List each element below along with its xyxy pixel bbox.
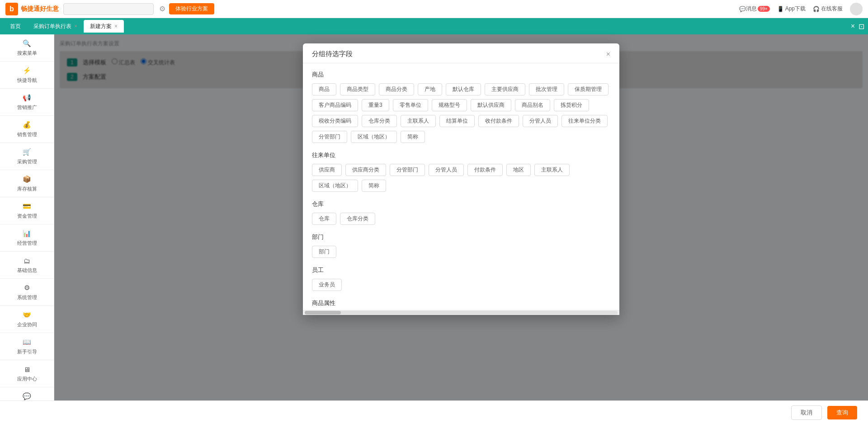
sidebar-item-finance[interactable]: 💳 资金管理 <box>0 197 54 224</box>
tab-purchase-list-close[interactable]: × <box>74 23 77 29</box>
field-tag[interactable]: 结算单位 <box>439 115 475 127</box>
field-tag[interactable]: 拣货积分 <box>554 99 589 111</box>
field-tag[interactable]: 往来单位分类 <box>561 115 608 127</box>
field-tag[interactable]: 批次管理 <box>529 83 564 95</box>
field-group-title: 往来单位 <box>312 151 610 159</box>
wechat-icon: 💬 <box>23 392 32 401</box>
field-tag[interactable]: 分管部门 <box>312 131 347 143</box>
field-tag[interactable]: 默认供应商 <box>471 99 511 111</box>
sidebar-item-basic[interactable]: 🗂 基础信息 <box>0 252 54 279</box>
sidebar-item-operations[interactable]: 📊 经营管理 <box>0 224 54 252</box>
field-tag[interactable]: 分管人员 <box>429 164 464 176</box>
confirm-button[interactable]: 查询 <box>827 406 857 419</box>
app-nav[interactable]: 📱 App下载 <box>777 5 806 13</box>
field-tag[interactable]: 税收分类编码 <box>312 115 358 127</box>
field-group-title: 部门 <box>312 233 610 241</box>
field-tag[interactable]: 简称 <box>362 180 386 192</box>
guide-icon: 📖 <box>23 338 32 347</box>
tab-new-plan-close[interactable]: × <box>114 23 118 29</box>
modal-backdrop: 分组待选字段 × 商品商品商品类型商品分类产地默认仓库主要供应商批次管理保质期管… <box>54 34 868 424</box>
sidebar-item-purchase[interactable]: 🛒 采购管理 <box>0 143 54 170</box>
message-nav[interactable]: 💬 消息 99+ <box>739 5 770 13</box>
settings-icon[interactable]: ⚙ <box>159 5 165 13</box>
sidebar-item-quicknav-label: 快捷导航 <box>17 77 37 84</box>
inventory-icon: 📦 <box>23 175 32 184</box>
field-tag[interactable]: 默认仓库 <box>446 83 481 95</box>
tab-new-plan[interactable]: 新建方案 × <box>84 20 124 33</box>
sidebar-item-basic-label: 基础信息 <box>17 267 37 274</box>
field-tag[interactable]: 部门 <box>312 246 336 258</box>
field-tag[interactable]: 商品别名 <box>515 99 550 111</box>
field-tag[interactable]: 主联系人 <box>401 115 436 127</box>
sidebar-item-search-label: 搜索菜单 <box>17 50 37 57</box>
field-group-部门: 部门部门 <box>312 233 610 258</box>
field-tag[interactable]: 主联系人 <box>534 164 570 176</box>
field-group-title: 员工 <box>312 266 610 274</box>
header-right: 💬 消息 99+ 📱 App下载 🎧 在线客服 <box>739 3 863 15</box>
sidebar-item-marketing[interactable]: 📢 营销推广 <box>0 89 54 116</box>
top-header: b 畅捷通好生意 ⚙ 体验行业方案 💬 消息 99+ 📱 App下载 🎧 在线客… <box>0 0 868 18</box>
marketing-icon: 📢 <box>23 93 32 102</box>
field-tag[interactable]: 产地 <box>418 83 442 95</box>
field-tag[interactable]: 供应商 <box>312 164 342 176</box>
header-search-input[interactable] <box>63 3 154 15</box>
field-tag[interactable]: 区域（地区） <box>351 131 397 143</box>
field-tag[interactable]: 规格型号 <box>432 99 467 111</box>
field-tag[interactable]: 分管人员 <box>523 115 558 127</box>
purchase-icon: 🛒 <box>23 148 32 157</box>
field-tag[interactable]: 仓库 <box>312 213 336 225</box>
field-tag[interactable]: 重量3 <box>362 99 389 111</box>
sidebar-item-collab[interactable]: 🤝 企业协同 <box>0 306 54 333</box>
field-tag[interactable]: 区域（地区） <box>312 180 358 192</box>
sidebar-item-inventory[interactable]: 📦 库存核算 <box>0 170 54 197</box>
field-tag[interactable]: 保质期管理 <box>568 83 609 95</box>
field-tag[interactable]: 商品分类 <box>379 83 414 95</box>
field-tag[interactable]: 简称 <box>401 131 425 143</box>
field-group-仓库: 仓库仓库仓库分类 <box>312 200 610 225</box>
sidebar-item-guide-label: 新手引导 <box>17 348 37 355</box>
finance-icon: 💳 <box>23 202 32 211</box>
field-tags: 部门 <box>312 246 610 258</box>
sidebar-item-collab-label: 企业协同 <box>17 321 37 328</box>
cancel-button[interactable]: 取消 <box>791 405 822 420</box>
tab-new-plan-label: 新建方案 <box>90 23 112 30</box>
field-tag[interactable]: 付款条件 <box>467 164 503 176</box>
sidebar-item-system[interactable]: ⚙ 系统管理 <box>0 279 54 306</box>
field-tag[interactable]: 客户商品编码 <box>312 99 358 111</box>
field-tag[interactable]: 主要供应商 <box>485 83 525 95</box>
search-icon: 🔍 <box>23 39 32 48</box>
field-tag[interactable]: 商品 <box>312 83 336 95</box>
field-tag[interactable]: 业务员 <box>312 279 342 291</box>
sidebar-item-appcenter[interactable]: 🖥 应用中心 <box>0 360 54 387</box>
headset-icon: 🎧 <box>813 6 820 12</box>
tab-home[interactable]: 首页 <box>4 20 27 33</box>
sidebar-item-guide[interactable]: 📖 新手引导 <box>0 333 54 360</box>
sidebar-item-quicknav[interactable]: ⚡ 快捷导航 <box>0 62 54 89</box>
modal-header: 分组待选字段 × <box>303 43 619 63</box>
sidebar-item-purchase-label: 采购管理 <box>17 158 37 165</box>
service-nav[interactable]: 🎧 在线客服 <box>813 5 843 13</box>
avatar[interactable] <box>850 3 863 15</box>
tab-bar-close[interactable]: × <box>851 22 855 30</box>
tab-bar-expand[interactable]: ⊡ <box>859 22 864 31</box>
sidebar-item-sales[interactable]: 💰 销售管理 <box>0 116 54 143</box>
field-tag[interactable]: 供应商分类 <box>345 164 386 176</box>
field-tag[interactable]: 商品类型 <box>340 83 375 95</box>
try-button[interactable]: 体验行业方案 <box>169 3 214 14</box>
field-tag[interactable]: 仓库分类 <box>340 213 375 225</box>
field-tag[interactable]: 收付款条件 <box>478 115 519 127</box>
modal-scroll-bar[interactable] <box>303 310 619 315</box>
operations-icon: 📊 <box>23 229 32 238</box>
tab-purchase-list[interactable]: 采购订单执行表 × <box>27 20 84 33</box>
sidebar-item-system-label: 系统管理 <box>17 294 37 301</box>
modal-close-button[interactable]: × <box>606 51 610 58</box>
field-tags: 业务员 <box>312 279 610 291</box>
field-tag[interactable]: 地区 <box>506 164 531 176</box>
quicknav-icon: ⚡ <box>23 66 32 75</box>
field-tag[interactable]: 分管部门 <box>390 164 425 176</box>
sidebar-item-search[interactable]: 🔍 搜索菜单 <box>0 34 54 62</box>
field-tag[interactable]: 零售单位 <box>393 99 428 111</box>
field-tag[interactable]: 仓库分类 <box>362 115 397 127</box>
collab-icon: 🤝 <box>23 310 32 319</box>
field-tags: 供应商供应商分类分管部门分管人员付款条件地区主联系人区域（地区）简称 <box>312 164 610 192</box>
